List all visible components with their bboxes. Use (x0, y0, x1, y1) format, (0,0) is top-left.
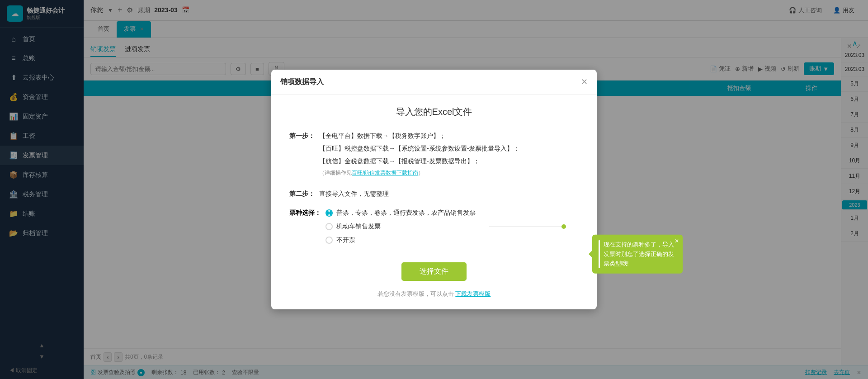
modal-close-btn[interactable]: ✕ (581, 77, 588, 87)
radio-option-2[interactable]: 机动车销售发票 (326, 223, 476, 231)
modal-main-title: 导入您的Excel文件 (289, 106, 579, 118)
modal-footer: 若您没有发票模版，可以点击 下载发票模版 (289, 290, 579, 298)
step1-line-2: 【百旺】税控盘数据下载→【系统设置-系统参数设置-发票批量导入】； (319, 142, 519, 155)
tooltip-text: 现在支持的票种多了，导入发票时别忘了选择正确的发票类型哦! (604, 240, 676, 268)
select-file-btn[interactable]: 选择文件 (401, 262, 467, 281)
tooltip-bubble: ✕ 现在支持的票种多了，导入发票时别忘了选择正确的发票类型哦! (592, 235, 683, 274)
download-template-link[interactable]: 下载发票模版 (455, 290, 491, 297)
step2-label: 第二步： (289, 187, 315, 200)
step1-label: 第一步： (289, 129, 315, 178)
step2-text: 直接导入文件，无需整理 (319, 187, 389, 200)
radio-option-1[interactable]: 普票，专票，卷票，通行费发票，农产品销售发票 (326, 209, 476, 217)
radio-group: 普票，专票，卷票，通行费发票，农产品销售发票 机动车销售发票 (326, 209, 476, 244)
radio-option-3[interactable]: 不开票 (326, 236, 476, 244)
radio-3-label: 不开票 (336, 236, 355, 244)
modal-overlay: 销项数据导入 ✕ 导入您的Excel文件 第一步： 【全电平台】数据下载→【税务… (0, 0, 868, 379)
step1-line-3: 【航信】金税盘数据下载→【报税管理-发票数据导出】； (319, 155, 519, 167)
radio-1-circle (326, 209, 333, 217)
modal-step-2: 第二步： 直接导入文件，无需整理 (289, 187, 579, 200)
step2-content: 第二步： 直接导入文件，无需整理 (289, 187, 579, 200)
ticket-type-label: 票种选择： (289, 209, 321, 217)
tooltip-content: 现在支持的票种多了，导入发票时别忘了选择正确的发票类型哦! (599, 240, 676, 268)
select-file-section: 选择文件 (289, 262, 579, 281)
radio-3-circle (326, 237, 333, 244)
tooltip-close-btn[interactable]: ✕ (675, 237, 679, 246)
radio-2-label: 机动车销售发票 (336, 223, 381, 231)
step1-content: 第一步： 【全电平台】数据下载→【税务数字账户】； 【百旺】税控盘数据下载→【系… (289, 129, 579, 178)
radio-2-circle (326, 223, 333, 230)
modal-step-1: 第一步： 【全电平台】数据下载→【税务数字账户】； 【百旺】税控盘数据下载→【系… (289, 129, 579, 178)
radio-1-label: 普票，专票，卷票，通行费发票，农产品销售发票 (336, 209, 476, 217)
invoice-type-row: 票种选择： 普票，专票，卷票，通行费发票，农产品销售发票 机动车销售 (289, 209, 579, 253)
step1-link-line: （详细操作见百旺/航信发票数据下载指南） (319, 167, 519, 178)
modal-header: 销项数据导入 ✕ (271, 70, 597, 95)
guide-link[interactable]: 百旺/航信发票数据下载指南 (352, 170, 418, 176)
invoice-type-section: 票种选择： 普票，专票，卷票，通行费发票，农产品销售发票 机动车销售 (289, 209, 579, 253)
tooltip-connector (489, 224, 566, 229)
step1-line-1: 【全电平台】数据下载→【税务数字账户】； (319, 129, 519, 142)
modal-body: 导入您的Excel文件 第一步： 【全电平台】数据下载→【税务数字账户】； 【百… (271, 95, 597, 309)
tooltip-bar (599, 240, 600, 268)
import-modal: 销项数据导入 ✕ 导入您的Excel文件 第一步： 【全电平台】数据下载→【税务… (271, 70, 597, 309)
step1-lines: 【全电平台】数据下载→【税务数字账户】； 【百旺】税控盘数据下载→【系统设置-系… (319, 129, 519, 178)
footer-text: 若您没有发票模版，可以点击 (377, 290, 454, 297)
modal-title: 销项数据导入 (280, 77, 324, 87)
